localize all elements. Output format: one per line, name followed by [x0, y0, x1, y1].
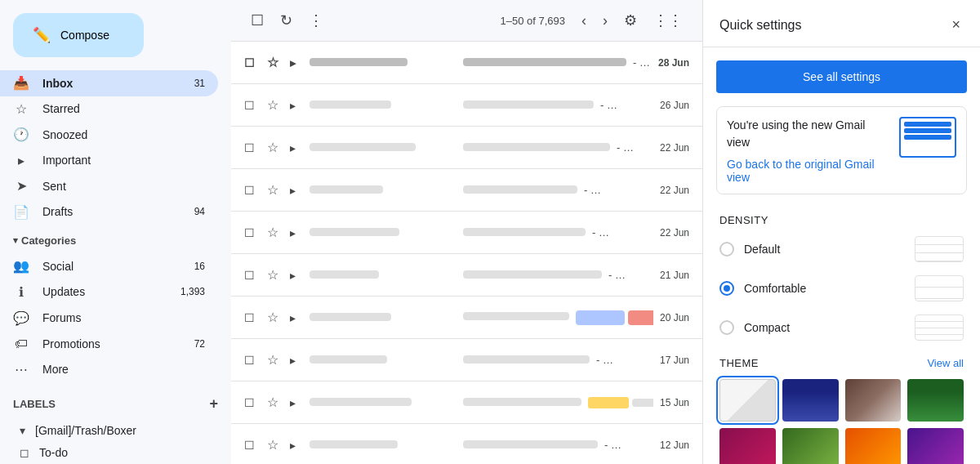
density-option-compact[interactable]: Compact	[703, 308, 980, 347]
nav-inbox[interactable]: 📥 Inbox 31	[0, 70, 218, 96]
checkbox[interactable]: ☐	[244, 439, 261, 452]
select-all-button[interactable]: ☐	[244, 7, 270, 34]
star-button[interactable]: ☆	[267, 310, 283, 325]
checkbox[interactable]: ☐	[244, 141, 261, 154]
nav-more[interactable]: ⋯ More	[0, 356, 218, 382]
theme-swatch-7[interactable]	[907, 428, 964, 464]
nav-important[interactable]: ▸ Important	[0, 148, 218, 174]
table-row[interactable]: ☐ ☆ ▸ 20 Jun	[231, 297, 702, 339]
important-marker[interactable]: ▸	[290, 56, 303, 69]
table-row[interactable]: ☐ ☆ ▸ 22 Jun	[231, 127, 702, 169]
clock-icon: 🕐	[13, 127, 29, 142]
nav-drafts-count: 94	[194, 206, 205, 217]
email-subject	[463, 99, 594, 111]
nav-updates[interactable]: ℹ Updates 1,393	[0, 279, 218, 306]
theme-swatch-2[interactable]	[845, 379, 902, 422]
theme-swatch-1[interactable]	[782, 379, 839, 422]
email-subject	[463, 141, 610, 154]
email-subject	[463, 56, 626, 69]
email-subject	[463, 226, 586, 239]
star-button[interactable]: ☆	[267, 182, 283, 198]
star-button[interactable]: ☆	[267, 352, 283, 368]
density-radio-comfortable[interactable]	[719, 281, 734, 296]
newer-button[interactable]: ‹	[575, 7, 593, 34]
theme-swatch-default[interactable]	[719, 379, 776, 422]
checkbox[interactable]: ☐	[244, 56, 261, 69]
table-row[interactable]: ☐ ☆ ▸ 21 Jun	[231, 254, 702, 297]
checkbox[interactable]: ☐	[244, 184, 261, 197]
sender-name	[310, 226, 457, 239]
density-radio-default[interactable]	[719, 242, 734, 257]
see-all-settings-button[interactable]: See all settings	[716, 60, 967, 93]
email-snippet	[600, 99, 653, 111]
nav-social[interactable]: 👥 Social 16	[0, 253, 218, 279]
gmail-view-title: You're using the new Gmail view	[727, 117, 883, 151]
table-row[interactable]: ☐ ☆ ▸ 26 Jun	[231, 84, 702, 127]
nav-promotions[interactable]: 🏷 Promotions 72	[0, 331, 218, 357]
important-marker[interactable]: ▸	[290, 99, 303, 112]
email-date: 20 Jun	[660, 312, 689, 323]
refresh-button[interactable]: ↻	[274, 7, 299, 34]
important-marker[interactable]: ▸	[290, 439, 303, 452]
important-marker[interactable]: ▸	[290, 354, 303, 367]
important-marker[interactable]: ▸	[290, 311, 303, 324]
nav-promotions-label: Promotions	[42, 337, 181, 350]
density-radio-compact[interactable]	[719, 320, 734, 335]
theme-swatch-3[interactable]	[907, 379, 964, 422]
star-button[interactable]: ☆	[267, 140, 283, 155]
apps-button[interactable]: ⋮⋮	[647, 7, 689, 34]
checkbox[interactable]: ☐	[244, 226, 261, 239]
nav-snoozed[interactable]: 🕐 Snoozed	[0, 122, 218, 148]
star-button[interactable]: ☆	[267, 97, 283, 113]
nav-label-to-do[interactable]: ◻ To-do	[0, 441, 218, 464]
important-marker[interactable]: ▸	[290, 184, 303, 197]
theme-swatch-5[interactable]	[782, 428, 839, 464]
table-row[interactable]: ☐ ☆ ▸ 15 Jun	[231, 381, 702, 424]
promotions-icon: 🏷	[13, 337, 29, 351]
density-option-comfortable[interactable]: Comfortable	[703, 269, 980, 308]
checkbox[interactable]: ☐	[244, 269, 261, 282]
checkbox[interactable]: ☐	[244, 396, 261, 409]
older-button[interactable]: ›	[596, 7, 614, 34]
checkbox[interactable]: ☐	[244, 99, 261, 112]
nav-starred[interactable]: ☆ Starred	[0, 96, 218, 123]
star-button[interactable]: ☆	[267, 225, 283, 240]
theme-swatch-4[interactable]	[719, 428, 776, 464]
theme-header: THEME View all	[719, 357, 964, 369]
table-row[interactable]: ☐ ☆ ▸ 22 Jun	[231, 169, 702, 212]
go-back-link[interactable]: Go back to the original Gmail view	[727, 158, 883, 184]
star-button[interactable]: ☆	[267, 55, 283, 70]
email-snippet	[617, 141, 653, 154]
close-button[interactable]: ×	[948, 13, 964, 37]
density-option-default[interactable]: Default	[703, 230, 980, 269]
checkbox[interactable]: ☐	[244, 354, 261, 367]
star-button[interactable]: ☆	[267, 395, 283, 410]
theme-swatch-6[interactable]	[845, 428, 902, 464]
table-row[interactable]: ☐ ☆ ▸ 12 Jun	[231, 424, 702, 464]
social-icon: 👥	[13, 258, 29, 274]
nav-sent[interactable]: ➤ Sent	[0, 173, 218, 199]
add-label-button[interactable]: +	[209, 395, 218, 413]
categories-header[interactable]: ▾ Categories	[0, 228, 231, 253]
email-subject	[463, 396, 581, 408]
gmail-view-preview	[899, 117, 956, 158]
star-button[interactable]: ☆	[267, 437, 283, 453]
important-marker[interactable]: ▸	[290, 226, 303, 239]
table-row[interactable]: ☐ ☆ ▸ 22 Jun	[231, 212, 702, 254]
view-all-themes-link[interactable]: View all	[927, 357, 964, 369]
sent-icon: ➤	[13, 178, 29, 194]
checkbox[interactable]: ☐	[244, 311, 261, 324]
important-marker[interactable]: ▸	[290, 269, 303, 282]
nav-forums[interactable]: 💬 Forums	[0, 305, 218, 331]
nav-label-trash-boxer[interactable]: ▾ [Gmail]/Trash/Boxer	[0, 419, 218, 442]
table-row[interactable]: ☐ ☆ ▸ 28 Jun	[231, 42, 702, 84]
star-button[interactable]: ☆	[267, 267, 283, 283]
compose-button[interactable]: ✏️ Compose	[13, 13, 144, 57]
more-options-button[interactable]: ⋮	[302, 7, 330, 34]
settings-button[interactable]: ⚙	[617, 7, 644, 34]
important-marker[interactable]: ▸	[290, 141, 303, 154]
table-row[interactable]: ☐ ☆ ▸ 17 Jun	[231, 339, 702, 381]
email-content	[463, 439, 653, 451]
nav-drafts[interactable]: 📄 Drafts 94	[0, 199, 218, 225]
important-marker[interactable]: ▸	[290, 396, 303, 409]
